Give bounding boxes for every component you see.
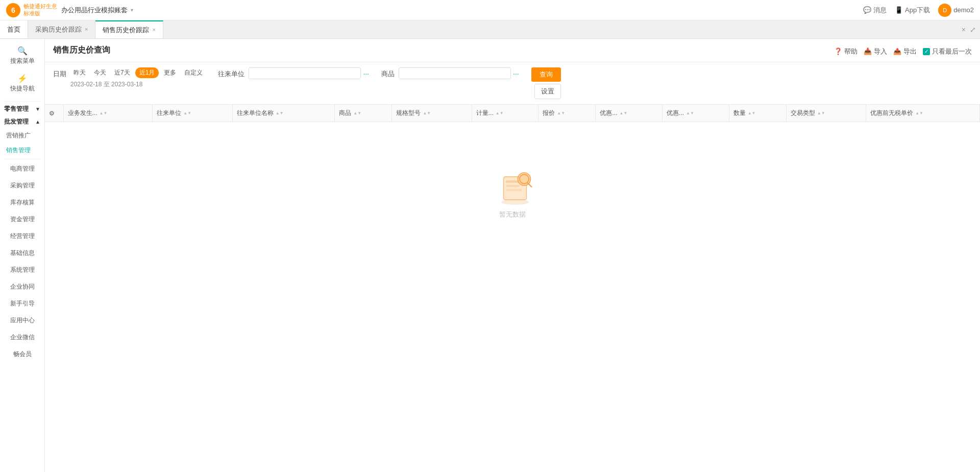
tab-purchase-history[interactable]: 采购历史价跟踪 × [28, 20, 95, 38]
tab-close-purchase[interactable]: × [85, 27, 88, 32]
main-layout: 🔍 搜索菜单 ⚡ 快捷导航 零售管理 ▼ 批发管理 ▲ 营销推广 销售管理 电商… [0, 39, 980, 472]
tab-close-sales[interactable]: × [152, 27, 155, 33]
help-button[interactable]: ❓ 帮助 [834, 47, 857, 56]
settings-icon[interactable]: ⚙ [49, 110, 55, 117]
shortcut-icon: ⚡ [17, 74, 28, 83]
sidebar-item-sales[interactable]: 销售管理 [0, 143, 44, 158]
date-buttons: 昨天 今天 近7天 近1月 更多 自定义 2023-02-18 至 2023-0… [70, 67, 206, 89]
col-quantity[interactable]: 数量 ▲▼ [729, 105, 786, 122]
sort-icon-discount1: ▲▼ [620, 111, 628, 115]
page-title: 销售历史价查询 [53, 45, 110, 56]
search-icon: 🔍 [17, 46, 28, 56]
partner-search-icon[interactable]: ··· [363, 69, 369, 78]
partner-input[interactable] [249, 67, 361, 79]
col-trade-type[interactable]: 交易类型 ▲▼ [786, 105, 866, 122]
sidebar-item-operations[interactable]: 经营管理 [0, 228, 44, 245]
svg-rect-4 [506, 189, 522, 191]
page-toolbar: ❓ 帮助 📥 导入 📤 导出 ✓ 只看最后一次 [834, 47, 972, 60]
col-settings: ⚙ [45, 105, 63, 122]
app-download-button[interactable]: 📱 App下载 [895, 6, 930, 15]
close-window-button[interactable]: × [962, 26, 966, 34]
logo-text: 畅捷通好生意 标准版 [23, 3, 57, 16]
col-biz-date[interactable]: 业务发生... ▲▼ [63, 105, 153, 122]
topbar-app[interactable]: 办公用品行业模拟账套 ▾ [61, 6, 133, 15]
product-search-icon[interactable]: ··· [513, 69, 519, 78]
col-spec[interactable]: 规格型号 ▲▼ [392, 105, 472, 122]
partner-input-area: ··· [249, 67, 369, 79]
sidebar-item-search[interactable]: 🔍 搜索菜单 [0, 42, 44, 69]
svg-rect-3 [506, 185, 520, 187]
sidebar-item-finance[interactable]: 资金管理 [0, 211, 44, 228]
logo-area: 6 畅捷通好生意 标准版 [6, 3, 57, 17]
sidebar-item-appstore[interactable]: 应用中心 [0, 312, 44, 329]
sort-icon-quote: ▲▼ [557, 111, 565, 115]
sidebar-item-ecommerce[interactable]: 电商管理 [0, 160, 44, 177]
date-btn-custom[interactable]: 自定义 [181, 67, 206, 78]
avatar: D [938, 4, 951, 17]
tabbar-controls: × ⤢ [962, 20, 980, 38]
query-button[interactable]: 查询 [531, 67, 561, 82]
svg-point-0 [501, 199, 529, 205]
date-btn-today[interactable]: 今天 [91, 67, 109, 78]
col-pre-tax-price[interactable]: 优惠前无税单价 ▲▼ [866, 105, 980, 122]
only-last-checkbox[interactable]: ✓ 只看最后一次 [923, 47, 972, 56]
tab-home[interactable]: 首页 [0, 20, 28, 38]
date-btn-7days[interactable]: 近7天 [111, 67, 133, 78]
date-filter-group: 日期 昨天 今天 近7天 近1月 更多 自定义 2023-02-18 至 202… [53, 67, 206, 89]
sidebar-item-member[interactable]: 畅会员 [0, 346, 44, 363]
col-partner-name[interactable]: 往来单位名称 ▲▼ [232, 105, 335, 122]
filter-bar: 日期 昨天 今天 近7天 近1月 更多 自定义 2023-02-18 至 202… [45, 62, 980, 105]
col-discount1[interactable]: 优惠... ▲▼ [596, 105, 663, 122]
sidebar-item-inventory[interactable]: 库存核算 [0, 194, 44, 211]
date-btn-more[interactable]: 更多 [161, 67, 179, 78]
retail-arrow-icon: ▼ [35, 106, 40, 112]
wholesale-arrow-icon: ▲ [35, 119, 40, 125]
date-btn-1month[interactable]: 近1月 [135, 67, 159, 78]
sidebar-item-purchase[interactable]: 采购管理 [0, 177, 44, 194]
sidebar-item-basic[interactable]: 基础信息 [0, 245, 44, 262]
topbar-right: 💬 消息 📱 App下载 D demo2 [863, 4, 974, 17]
tab-sales-history[interactable]: 销售历史价跟踪 × [95, 20, 163, 38]
empty-text: 暂无数据 [499, 210, 526, 219]
sidebar: 🔍 搜索菜单 ⚡ 快捷导航 零售管理 ▼ 批发管理 ▲ 营销推广 销售管理 电商… [0, 39, 45, 472]
sidebar-top-section: 🔍 搜索菜单 ⚡ 快捷导航 [0, 39, 44, 100]
sidebar-group-retail[interactable]: 零售管理 ▼ [0, 103, 44, 115]
product-input[interactable] [399, 67, 511, 79]
sidebar-item-wechat[interactable]: 企业微信 [0, 329, 44, 346]
setting-button[interactable]: 设置 [534, 84, 561, 99]
empty-icon [492, 163, 533, 204]
empty-state: 暂无数据 [45, 122, 980, 260]
sidebar-item-guide[interactable]: 新手引导 [0, 295, 44, 312]
download-icon: 📱 [895, 6, 903, 14]
sidebar-item-marketing[interactable]: 营销推广 [0, 128, 44, 143]
sort-icon-trade-type: ▲▼ [817, 111, 825, 115]
col-quote[interactable]: 报价 ▲▼ [538, 105, 596, 122]
col-unit[interactable]: 计量... ▲▼ [472, 105, 538, 122]
sidebar-group-wholesale[interactable]: 批发管理 ▲ [0, 115, 44, 128]
topbar-left: 6 畅捷通好生意 标准版 办公用品行业模拟账套 ▾ [6, 3, 133, 17]
maximize-window-button[interactable]: ⤢ [970, 26, 976, 34]
empty-illustration [492, 163, 538, 209]
svg-line-7 [528, 183, 531, 187]
user-menu[interactable]: D demo2 [938, 4, 974, 17]
sort-icon-unit: ▲▼ [496, 111, 504, 115]
export-button[interactable]: 📤 导出 [893, 47, 917, 56]
col-discount2[interactable]: 优惠... ▲▼ [663, 105, 729, 122]
col-partner-code[interactable]: 往来单位 ▲▼ [153, 105, 232, 122]
import-button[interactable]: 📥 导入 [864, 47, 887, 56]
logo-icon: 6 [6, 3, 20, 17]
sort-icon-partner-code: ▲▼ [183, 111, 191, 115]
product-input-area: ··· [399, 67, 519, 79]
sidebar-item-shortcut[interactable]: ⚡ 快捷导航 [0, 69, 44, 97]
date-btn-yesterday[interactable]: 昨天 [70, 67, 89, 78]
message-button[interactable]: 💬 消息 [863, 6, 887, 15]
sidebar-item-enterprise[interactable]: 企业协同 [0, 278, 44, 295]
sort-icon-pre-tax-price: ▲▼ [915, 111, 923, 115]
content-area: 销售历史价查询 ❓ 帮助 📥 导入 📤 导出 ✓ [45, 39, 980, 472]
app-dropdown-arrow[interactable]: ▾ [131, 7, 133, 13]
partner-filter-group: 往来单位 ··· [218, 67, 369, 79]
col-product[interactable]: 商品 ▲▼ [335, 105, 392, 122]
filter-action-buttons: 查询 设置 [531, 67, 561, 99]
sidebar-item-system[interactable]: 系统管理 [0, 262, 44, 278]
table-header: ⚙ 业务发生... ▲▼ 往来单位 ▲▼ [45, 105, 980, 122]
